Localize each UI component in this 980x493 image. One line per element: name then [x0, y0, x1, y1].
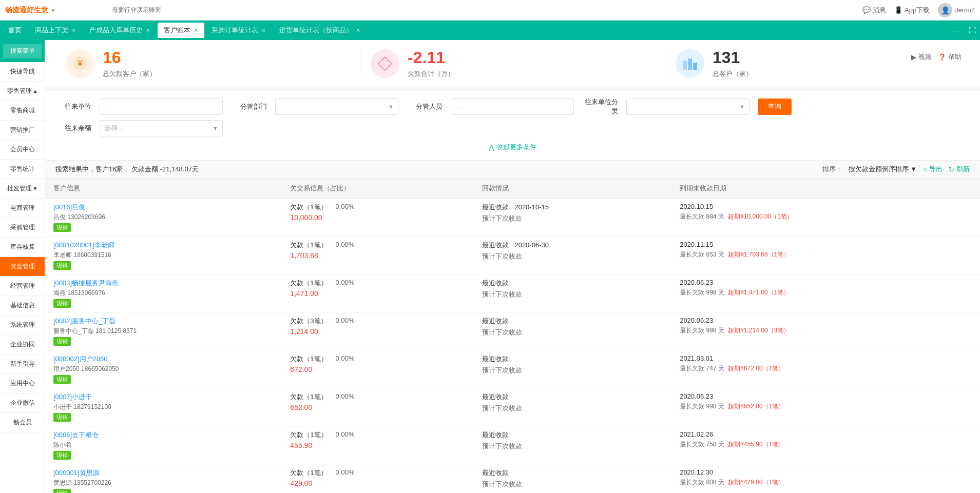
sidebar-item-retail-mall[interactable]: 零售商城 [0, 101, 45, 121]
filter-person-placeholder: ... [455, 103, 461, 111]
svg-text:¥: ¥ [78, 59, 83, 68]
debt-info-inner: 欠款（1笔） 1,471.00 0.00% [290, 279, 465, 298]
sidebar-item-retail-mall-label: 零售商城 [10, 107, 35, 114]
sidebar-item-inventory[interactable]: 库存核算 [0, 238, 45, 257]
sidebar-item-batch-mgmt[interactable]: 批发管理 ▼ [0, 179, 45, 199]
tab-products-close[interactable]: ✕ [71, 27, 76, 34]
debt-amount[interactable]: 1,214.00 [290, 327, 318, 336]
max-days: 最长欠款 884 天 超期¥10,000.00（1笔） [680, 212, 972, 221]
filter-unit-type-select[interactable]: ▼ [626, 98, 750, 115]
overdue-text[interactable]: 超期¥672.00（1笔） [728, 365, 784, 372]
maximize-btn[interactable]: ⛶ [967, 25, 978, 35]
filter-unit-input[interactable]: ... [100, 98, 223, 115]
collapse-btn[interactable]: ⋀ 收起更多条件 [55, 141, 970, 154]
customer-status: 现销 [53, 223, 71, 232]
overdue-text[interactable]: 超期¥1,471.00（1笔） [728, 289, 790, 296]
overdue-text[interactable]: 超期¥455.90（1笔） [728, 441, 784, 448]
user-avatar-btn[interactable]: 👤 demo2 [938, 3, 975, 17]
sidebar-item-ecommerce[interactable]: 电商管理 [0, 199, 45, 218]
debt-info-inner: 欠款（1笔） 10,000.00 0.00% [290, 203, 465, 222]
top-right: 💬 消息 📱 App下载 👤 demo2 [862, 3, 975, 17]
overdue-text[interactable]: 超期¥1,214.00（3笔） [728, 327, 790, 334]
sidebar-item-batch-mgmt-label: 批发管理 [7, 184, 32, 193]
recent-label: 最近收款 [482, 203, 509, 211]
search-btn[interactable]: 查询 [758, 98, 792, 115]
tab-purchase-order[interactable]: 采购订单统计表 ✕ [205, 23, 272, 38]
sidebar-item-basic-info-label: 基础信息 [10, 302, 35, 309]
collection-cell: 最近收款 预计下次收款 [474, 274, 671, 312]
tab-products[interactable]: 商品上下架 ✕ [29, 23, 82, 38]
overdue-text[interactable]: 超期¥1,703.68（1笔） [728, 251, 790, 258]
sort-value[interactable]: 按欠款金额倒序排序 ▼ [849, 165, 917, 174]
debt-amount[interactable]: 455.90 [290, 441, 312, 449]
debt-amount[interactable]: 1,703.68 [290, 251, 318, 260]
sidebar-item-system[interactable]: 系统管理 [0, 315, 45, 335]
sidebar-item-vip[interactable]: 畅会员 [0, 413, 45, 432]
filter-row-1: 往来单位 ... 分管部门 ▼ 分管人员 ... 往来单位分类 [55, 97, 970, 116]
video-link[interactable]: ▶ 视频 [911, 52, 932, 62]
debt-amount[interactable]: 652.00 [290, 403, 312, 411]
debt-amount[interactable]: 10,000.00 [290, 213, 322, 222]
sidebar-item-quick-nav[interactable]: 快捷导航 [0, 62, 45, 82]
tab-purchase-stat-close[interactable]: ✕ [356, 27, 360, 34]
tab-home-label: 首页 [8, 26, 22, 35]
sidebar-item-operations[interactable]: 经营管理 [0, 277, 45, 296]
sidebar-item-member[interactable]: 会员中心 [0, 140, 45, 160]
sidebar-item-basic-info[interactable]: 基础信息 [0, 296, 45, 315]
table-row: [0003]畅捷服务尹海燕 海燕 18513066976 现销 欠款（1笔） 1… [45, 274, 980, 312]
minimize-btn[interactable]: — [951, 25, 963, 35]
sidebar-item-newbie[interactable]: 新手引导 [0, 354, 45, 374]
sidebar-item-app-center[interactable]: 应用中心 [0, 374, 45, 393]
debt-count: 欠款（1笔） [290, 279, 327, 288]
tab-home[interactable]: 首页 [2, 23, 28, 38]
sidebar-nav: 快捷导航 零售管理 ▲ 零售商城 营销推广 会员中心 零售统计 [0, 62, 45, 432]
sidebar-item-purchase[interactable]: 采购管理 [0, 218, 45, 238]
customer-name[interactable]: [0016]吕俊 [53, 203, 274, 212]
stat-label-1: 总欠款客户（家） [103, 69, 156, 78]
customer-name[interactable]: [000002]用户2050 [53, 354, 274, 364]
filter-dept-select[interactable]: ▼ [275, 98, 398, 115]
sidebar-item-marketing[interactable]: 营销推广 [0, 121, 45, 140]
customer-name[interactable]: [0007]小进干 [53, 392, 274, 402]
avatar: 👤 [938, 3, 952, 17]
customer-name[interactable]: [0001020001]李老师 [53, 241, 274, 250]
filter-balance-select[interactable]: 选择... ▼ [100, 120, 223, 136]
debt-details: 欠款（1笔） 429.00 [290, 468, 327, 487]
sidebar-item-retail-stat[interactable]: 零售统计 [0, 160, 45, 179]
filter-person-input[interactable]: ... [451, 98, 574, 115]
message-btn[interactable]: 💬 消息 [862, 6, 886, 15]
tab-production[interactable]: 产成品入库单历史 ✕ [83, 23, 157, 38]
debt-amount[interactable]: 1,471.00 [290, 289, 318, 298]
sidebar-item-enterprise[interactable]: 企业协同 [0, 335, 45, 354]
tab-purchase-order-close[interactable]: ✕ [261, 27, 266, 34]
debt-amount[interactable]: 429.00 [290, 479, 312, 487]
customer-name[interactable]: [000001]黄思源 [53, 468, 274, 478]
customer-name[interactable]: [0006]去下粮仓 [53, 430, 274, 440]
sidebar-item-retail-mgmt[interactable]: 零售管理 ▲ [0, 82, 45, 101]
refresh-btn[interactable]: ↻ 刷新 [949, 165, 970, 174]
phone-icon: 📱 [894, 6, 902, 14]
sidebar-search-btn[interactable]: 搜索菜单 [3, 44, 42, 58]
due-date-cell: 2020.06.23 最长欠款 998 天 超期¥1,214.00（3笔） [671, 312, 980, 350]
customer-status: 现销 [53, 261, 71, 270]
customer-name[interactable]: [0002]服务中心_丁磊 [53, 317, 274, 326]
refresh-icon: ↻ [949, 166, 954, 173]
tab-production-close[interactable]: ✕ [146, 27, 150, 34]
due-date: 2020.06.23 [680, 317, 972, 324]
overdue-text[interactable]: 超期¥429.00（1笔） [728, 479, 784, 486]
export-btn[interactable]: ○ 导出 [923, 165, 943, 174]
tab-purchase-stat[interactable]: 进货单统计表（按商品） ✕ [273, 23, 367, 38]
overdue-text[interactable]: 超期¥652.00（1笔） [728, 403, 784, 410]
debt-amount[interactable]: 672.00 [290, 365, 312, 373]
tab-customer-account[interactable]: 客户账本 ✕ [158, 23, 204, 38]
app-download-btn[interactable]: 📱 App下载 [894, 6, 930, 15]
customer-name[interactable]: [0003]畅捷服务尹海燕 [53, 279, 274, 288]
debt-count: 欠款（1笔） [290, 203, 327, 212]
customer-contact: 用户2050 18665062050 [53, 365, 274, 373]
tab-customer-close[interactable]: ✕ [194, 27, 198, 34]
sidebar-item-wechat[interactable]: 企业微信 [0, 393, 45, 413]
overdue-text[interactable]: 超期¥10,000.00（1笔） [728, 213, 793, 220]
sidebar-item-finance[interactable]: 资金管理 [0, 257, 45, 277]
help-link[interactable]: ❓ 帮助 [938, 52, 962, 62]
help-icon: ❓ [938, 53, 946, 61]
